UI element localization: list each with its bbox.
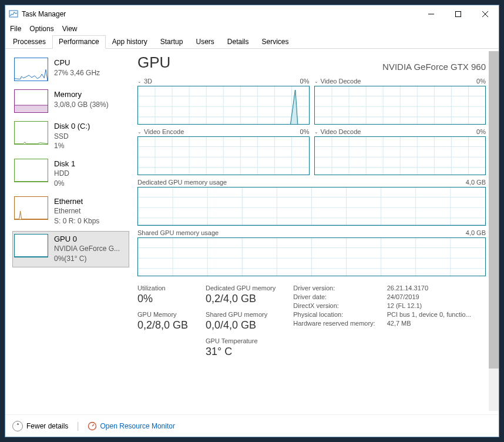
tab-users[interactable]: Users <box>189 35 220 49</box>
driver-label: Hardware reserved memory: <box>293 320 375 327</box>
svg-rect-2 <box>456 12 461 17</box>
stat-dedicated: Dedicated GPU memory 0,2/4,0 GB Shared G… <box>206 284 275 358</box>
disk0-info: Disk 0 (C:) SSD 1% <box>54 121 90 150</box>
graph-box-shared-mem[interactable] <box>137 237 486 276</box>
tab-performance[interactable]: Performance <box>52 35 106 49</box>
graph-box[interactable] <box>314 136 486 175</box>
sidebar-item-stat: 27% 3,46 GHz <box>54 68 100 78</box>
driver-info: Driver version: Driver date: DirectX ver… <box>293 284 471 358</box>
graph-header[interactable]: ⌄Video Decode 0% <box>314 128 486 135</box>
mem-graph-dedicated: Dedicated GPU memory usage4,0 GB <box>137 179 486 226</box>
svg-rect-5 <box>15 105 48 113</box>
scrollbar-thumb[interactable] <box>489 51 499 369</box>
stat-value: 0,0/4,0 GB <box>206 319 275 332</box>
graph-row-upper: ⌄3D 0% ⌄Video Decode <box>137 78 486 125</box>
sidebar-item-cpu[interactable]: CPU 27% 3,46 GHz <box>12 55 129 85</box>
tab-startup[interactable]: Startup <box>154 35 190 49</box>
device-name: NVIDIA GeForce GTX 960 <box>382 62 486 72</box>
graph-box[interactable] <box>137 136 310 175</box>
sidebar-item-label: CPU <box>54 58 100 68</box>
mem-graph-shared: Shared GPU memory usage4,0 GB <box>137 229 486 276</box>
tab-services[interactable]: Services <box>256 35 295 49</box>
graph-video-decode-2: ⌄Video Decode 0% <box>314 128 486 175</box>
stat-value: 0,2/4,0 GB <box>206 293 275 305</box>
memory-info: Memory 3,0/8,0 GB (38%) <box>54 89 109 109</box>
orm-label: Open Resource Monitor <box>100 422 175 430</box>
gpu0-info: GPU 0 NVIDIA GeForce G... 0%(31° C) <box>54 234 120 263</box>
stat-value: 31° C <box>206 346 275 358</box>
graph-max: 4,0 GB <box>466 229 486 236</box>
chevron-down-icon: ⌄ <box>137 79 142 84</box>
gpu0-thumb <box>14 234 48 257</box>
sidebar: CPU 27% 3,46 GHz Memory 3,0/8,0 GB (38%) <box>5 49 132 413</box>
graph-header[interactable]: ⌄3D 0% <box>137 78 310 85</box>
graph-box[interactable] <box>314 86 486 125</box>
graph-header[interactable]: ⌄Video Encode 0% <box>137 128 310 135</box>
driver-value: 26.21.14.3170 <box>387 284 471 292</box>
sidebar-item-label: Memory <box>54 89 109 100</box>
graph-3d: ⌄3D 0% <box>137 78 310 125</box>
graph-video-decode-1: ⌄Video Decode 0% <box>314 78 486 125</box>
graph-box-3d[interactable] <box>137 86 310 125</box>
maximize-button[interactable] <box>445 5 472 23</box>
monitor-icon <box>88 421 97 431</box>
graph-pct: 0% <box>476 128 486 135</box>
stat-label: Dedicated GPU memory <box>206 284 275 292</box>
driver-value: 24/07/2019 <box>387 293 471 300</box>
graph-label: Video Encode <box>144 128 184 135</box>
tab-strip: Processes Performance App history Startu… <box>5 35 499 49</box>
sidebar-item-stat: NVIDIA GeForce G... <box>54 244 120 253</box>
memory-thumb <box>14 89 48 113</box>
open-resource-monitor-link[interactable]: Open Resource Monitor <box>88 421 175 431</box>
sidebar-item-stat2: 0% <box>54 179 75 188</box>
disk1-info: Disk 1 HDD 0% <box>54 159 75 188</box>
driver-label: DirectX version: <box>293 302 375 309</box>
fewer-details-label: Fewer details <box>26 422 68 430</box>
minimize-button[interactable] <box>418 5 445 23</box>
app-icon <box>9 9 18 19</box>
scrollbar[interactable] <box>489 51 499 411</box>
cpu-thumb <box>14 58 48 81</box>
menu-view[interactable]: View <box>62 25 78 33</box>
sidebar-item-label: Ethernet <box>54 196 99 207</box>
stat-value: 0,2/8,0 GB <box>137 319 188 332</box>
sidebar-item-label: Disk 1 <box>54 159 75 169</box>
graph-box-dedicated-mem[interactable] <box>137 187 486 226</box>
driver-label: Driver version: <box>293 284 375 292</box>
graph-label: Dedicated GPU memory usage <box>137 179 227 186</box>
graph-video-encode: ⌄Video Encode 0% <box>137 128 310 175</box>
graph-pct: 0% <box>300 128 310 135</box>
driver-value: 12 (FL 12.1) <box>387 302 471 309</box>
stat-label: Shared GPU memory <box>206 311 275 318</box>
graph-header[interactable]: ⌄Video Decode 0% <box>314 78 486 85</box>
menu-file[interactable]: File <box>10 25 21 33</box>
sidebar-item-stat2: S: 0 R: 0 Kbps <box>54 216 99 226</box>
graph-label: 3D <box>144 78 152 85</box>
sidebar-item-disk1[interactable]: Disk 1 HDD 0% <box>12 156 129 192</box>
close-button[interactable] <box>472 5 499 23</box>
disk1-thumb <box>14 159 48 182</box>
main-panel: GPU NVIDIA GeForce GTX 960 ⌄3D 0% <box>132 49 499 413</box>
sidebar-item-stat: HDD <box>54 169 75 178</box>
graph-label: Video Decode <box>321 78 361 85</box>
svg-rect-73 <box>138 225 485 226</box>
sidebar-item-gpu0[interactable]: GPU 0 NVIDIA GeForce G... 0%(31° C) <box>12 231 129 267</box>
tab-processes[interactable]: Processes <box>6 35 52 49</box>
sidebar-item-stat: 3,0/8,0 GB (38%) <box>54 100 109 109</box>
tab-details[interactable]: Details <box>221 35 256 49</box>
graph-pct: 0% <box>476 78 486 85</box>
sidebar-item-disk0[interactable]: Disk 0 (C:) SSD 1% <box>12 118 129 155</box>
sidebar-item-ethernet[interactable]: Ethernet Ethernet S: 0 R: 0 Kbps <box>12 193 129 230</box>
page-title: GPU <box>137 53 170 72</box>
stat-utilization: Utilization 0% GPU Memory 0,2/8,0 GB <box>137 284 188 358</box>
window-title: Task Manager <box>22 10 66 18</box>
svg-line-89 <box>92 424 94 426</box>
sidebar-item-label: GPU 0 <box>54 234 120 245</box>
sidebar-item-memory[interactable]: Memory 3,0/8,0 GB (38%) <box>12 86 129 117</box>
tab-app-history[interactable]: App history <box>106 35 154 49</box>
fewer-details-button[interactable]: ˄ Fewer details <box>12 421 68 431</box>
menu-options[interactable]: Options <box>29 25 53 33</box>
chevron-down-icon: ⌄ <box>314 79 318 84</box>
chevron-down-icon: ⌄ <box>137 129 142 135</box>
stat-label: Utilization <box>137 284 188 292</box>
